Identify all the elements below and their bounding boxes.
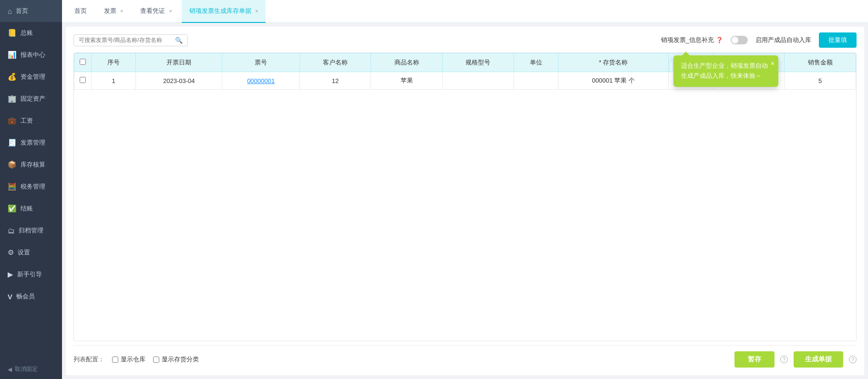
info-label: 销项发票_信息补充 ❓ [661, 36, 723, 44]
sidebar-item-settings[interactable]: ⚙ 设置 [0, 242, 62, 263]
row-number[interactable]: 00000001 [222, 72, 300, 90]
th-unit: 单位 [514, 53, 558, 72]
info-label-text: 销项发票_信息补充 [661, 36, 714, 44]
sidebar-item-label: 总账 [21, 29, 33, 37]
sidebar-item-label: 畅会员 [16, 292, 35, 301]
th-product: 商品名称 [371, 53, 443, 72]
sidebar-item-tax[interactable]: 🧮 税务管理 [0, 176, 62, 198]
vip-icon: V [8, 293, 12, 301]
sidebar-item-label: 发票管理 [21, 138, 45, 147]
home-icon: ⌂ [8, 7, 12, 15]
sidebar-item-label: 税务管理 [21, 182, 45, 191]
row-seq: 1 [92, 72, 136, 90]
sidebar: ⌂ 首页 📒 总账 📊 报表中心 💰 资金管理 🏢 固定资产 💼 工资 🧾 发票… [0, 0, 62, 379]
sidebar-item-payroll[interactable]: 💼 工资 [0, 110, 62, 132]
sidebar-item-ledger[interactable]: 📒 总账 [0, 22, 62, 44]
sidebar-item-settle[interactable]: ✅ 结账 [0, 198, 62, 220]
sidebar-item-label: 结账 [21, 204, 33, 213]
auto-toggle[interactable] [731, 36, 748, 44]
sidebar-footer-unpin[interactable]: ◀ 取消固定 [0, 359, 62, 379]
sidebar-item-reports[interactable]: 📊 报表中心 [0, 44, 62, 66]
row-product: 苹果 [371, 72, 443, 90]
tax-icon: 🧮 [8, 182, 17, 191]
show-warehouse-text: 显示仓库 [121, 355, 145, 364]
settings-icon: ⚙ [8, 248, 14, 257]
tab-stock-close[interactable]: × [255, 8, 258, 14]
row-amount: 5 [785, 72, 856, 90]
show-warehouse-checkbox[interactable] [112, 357, 118, 363]
th-number: 票号 [222, 53, 300, 72]
invoices-icon: 🧾 [8, 138, 17, 147]
row-checkbox[interactable] [80, 77, 86, 83]
info-help-icon[interactable]: ❓ [716, 37, 723, 43]
sidebar-item-label: 固定资产 [21, 95, 45, 103]
sidebar-item-inventory[interactable]: 📦 库存核算 [0, 154, 62, 176]
th-amount: 销售金额 [785, 53, 856, 72]
toolbar-row: 🔍 销项发票_信息补充 ❓ 启用产成品自动入库 批量填 [73, 32, 857, 48]
sidebar-item-guide[interactable]: ▶ 新手引导 [0, 263, 62, 285]
row-date: 2023-03-04 [136, 72, 222, 90]
page-content: 🔍 销项发票_信息补充 ❓ 启用产成品自动入库 批量填 [66, 27, 864, 375]
archive-icon: 🗂 [8, 227, 15, 235]
select-all-checkbox[interactable] [80, 59, 86, 65]
tooltip-close-icon[interactable]: × [771, 58, 775, 69]
tab-invoice-close[interactable]: × [120, 8, 123, 14]
inventory-icon: 📦 [8, 160, 17, 169]
row-spec [443, 72, 514, 90]
save-help-icon[interactable]: ? [780, 356, 788, 363]
tab-stock[interactable]: 销项发票生成库存单据 × [182, 0, 266, 23]
tab-invoice[interactable]: 发票 × [96, 0, 131, 23]
tab-home[interactable]: 首页 [67, 0, 94, 23]
tab-stock-label: 销项发票生成库存单据 [189, 7, 251, 15]
th-date: 开票日期 [136, 53, 222, 72]
row-checkbox-cell[interactable] [74, 72, 92, 90]
tab-voucher-close[interactable]: × [169, 8, 172, 14]
row-unit [514, 72, 558, 90]
th-spec: 规格型号 [443, 53, 514, 72]
payroll-icon: 💼 [8, 116, 17, 125]
sidebar-item-label: 工资 [21, 116, 33, 125]
tooltip-left-bar [671, 62, 672, 80]
show-category-checkbox[interactable] [153, 357, 159, 363]
unpin-icon: ◀ [8, 366, 12, 373]
funds-icon: 💰 [8, 73, 17, 81]
search-input[interactable] [79, 37, 175, 43]
sidebar-item-assets[interactable]: 🏢 固定资产 [0, 88, 62, 110]
reports-icon: 📊 [8, 51, 17, 59]
ledger-icon: 📒 [8, 29, 17, 37]
sidebar-item-label: 库存核算 [21, 160, 45, 169]
sidebar-item-label: 首页 [16, 7, 28, 15]
search-icon: 🔍 [175, 37, 183, 44]
footer-label: 取消固定 [15, 365, 38, 373]
sidebar-item-label: 资金管理 [21, 73, 45, 81]
search-box[interactable]: 🔍 [73, 34, 188, 46]
main-area: 首页 发票 × 查看凭证 × 销项发票生成库存单据 × 🔍 销项发票_信息补充 [62, 0, 868, 379]
row-stock-name: 000001 苹果 个 [558, 72, 669, 90]
list-config-label: 列表配置： [73, 355, 104, 364]
generate-button[interactable]: 生成单据 [794, 351, 843, 368]
sidebar-item-label: 设置 [18, 248, 30, 257]
bottom-left: 列表配置： 显示仓库 显示存货分类 [73, 355, 199, 364]
show-warehouse-label[interactable]: 显示仓库 [112, 355, 145, 364]
sidebar-item-label: 归档管理 [19, 226, 43, 235]
sidebar-item-invoices[interactable]: 🧾 发票管理 [0, 132, 62, 154]
sidebar-item-home[interactable]: ⌂ 首页 [0, 0, 62, 22]
generate-help-icon[interactable]: ? [849, 356, 857, 363]
sidebar-item-label: 新手引导 [17, 270, 42, 279]
show-category-label[interactable]: 显示存货分类 [153, 355, 199, 364]
auto-label-text: 启用产成品自动入库 [755, 36, 811, 44]
th-stock-name: * 存货名称 [558, 53, 669, 72]
batch-fill-button[interactable]: 批量填 [819, 32, 857, 48]
sidebar-item-vip[interactable]: V 畅会员 [0, 285, 62, 307]
th-checkbox [74, 53, 92, 72]
show-category-text: 显示存货分类 [162, 355, 199, 364]
sidebar-item-funds[interactable]: 💰 资金管理 [0, 66, 62, 88]
assets-icon: 🏢 [8, 95, 17, 103]
sidebar-item-archive[interactable]: 🗂 归档管理 [0, 220, 62, 242]
tab-voucher[interactable]: 查看凭证 × [133, 0, 179, 23]
guide-icon: ▶ [8, 270, 13, 279]
bottom-right: 暂存 ? 生成单据 ? [734, 351, 857, 368]
sidebar-item-label: 报表中心 [21, 51, 45, 59]
save-button[interactable]: 暂存 [734, 351, 775, 368]
tabs-bar: 首页 发票 × 查看凭证 × 销项发票生成库存单据 × [62, 0, 868, 23]
